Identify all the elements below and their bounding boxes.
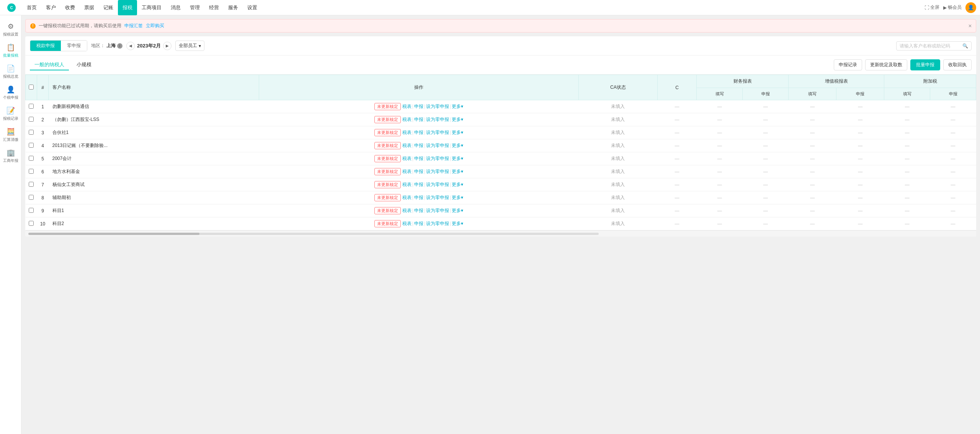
search-input[interactable] xyxy=(900,43,961,49)
op-more[interactable]: 更多▾ xyxy=(452,104,463,109)
op-btn[interactable]: 申报 xyxy=(414,182,423,187)
topnav-item-消息[interactable]: 消息 xyxy=(166,0,185,15)
op-btn[interactable]: 申报 xyxy=(414,143,423,148)
row-no: 1 xyxy=(37,100,49,113)
row-checkbox[interactable] xyxy=(29,182,34,187)
left-sidebar-item-报税记录[interactable]: 📝报税记录 xyxy=(0,103,21,124)
op-btn[interactable]: 税表 xyxy=(402,221,412,226)
declare-record-button[interactable]: 申报记录 xyxy=(834,59,862,70)
th-add-fill: 填写 xyxy=(884,88,930,100)
select-all-checkbox[interactable] xyxy=(29,85,34,90)
op-btn[interactable]: 申报 xyxy=(414,156,423,161)
op-more[interactable]: 更多▾ xyxy=(452,221,463,226)
row-ops: 未更新核定 税表|申报|设为零申报|更多▾ xyxy=(259,100,579,113)
period-prev-button[interactable]: ◀ xyxy=(126,42,135,50)
op-btn[interactable]: 申报 xyxy=(414,169,423,174)
row-checkbox[interactable] xyxy=(29,221,34,226)
dept-select[interactable]: 全部员工 ▾ xyxy=(175,41,204,51)
row-ca: 未填入 xyxy=(579,165,658,178)
row-checkbox[interactable] xyxy=(29,208,34,213)
sidebar-label: 报税总览 xyxy=(3,74,18,79)
subtab-general[interactable]: 一般的纳税人 xyxy=(30,60,69,70)
op-btn[interactable]: 设为零申报 xyxy=(426,104,449,109)
row-checkbox[interactable] xyxy=(29,130,34,135)
op-more[interactable]: 更多▾ xyxy=(452,156,463,161)
row-checkbox[interactable] xyxy=(29,195,34,200)
op-more[interactable]: 更多▾ xyxy=(452,143,463,148)
row-name: 科目1 xyxy=(49,204,259,217)
row-ca: 未填入 xyxy=(579,204,658,217)
period-next-button[interactable]: ▶ xyxy=(163,42,172,50)
data-table-wrapper: # 客户名称 操作 CA状态 C 财务报表 增值税报表 附加税 填写 xyxy=(25,75,976,230)
op-btn[interactable]: 设为零申报 xyxy=(426,117,449,122)
topnav-item-管理[interactable]: 管理 xyxy=(185,0,204,15)
topnav-item-报税[interactable]: 报税 xyxy=(118,0,137,15)
topnav-item-首页[interactable]: 首页 xyxy=(22,0,41,15)
op-btn[interactable]: 申报 xyxy=(414,221,423,226)
op-btn[interactable]: 税表 xyxy=(402,130,412,135)
action-buttons: 申报记录 更新统定及取数 批量申报 收取回执 xyxy=(834,59,972,70)
row-checkbox[interactable] xyxy=(29,104,34,109)
notice-link1[interactable]: 申报汇签 xyxy=(124,23,143,29)
row-checkbox[interactable] xyxy=(29,169,34,174)
op-btn[interactable]: 税表 xyxy=(402,195,412,200)
topnav-item-工商项目[interactable]: 工商项目 xyxy=(137,0,166,15)
topnav-item-记账[interactable]: 记账 xyxy=(99,0,118,15)
row-checkbox[interactable] xyxy=(29,156,34,161)
member-button[interactable]: ▶ 畅会员 xyxy=(943,4,962,11)
topnav-item-经营[interactable]: 经营 xyxy=(204,0,224,15)
op-btn[interactable]: 税表 xyxy=(402,117,412,122)
topnav-item-客户[interactable]: 客户 xyxy=(41,0,60,15)
notice-close-button[interactable]: ✕ xyxy=(968,23,972,29)
op-btn[interactable]: 设为零申报 xyxy=(426,182,449,187)
op-btn[interactable]: 设为零申报 xyxy=(426,195,449,200)
op-btn[interactable]: 申报 xyxy=(414,104,423,109)
op-btn[interactable]: 申报 xyxy=(414,117,423,122)
left-sidebar-item-工商年报[interactable]: 🏢工商年报 xyxy=(0,145,21,166)
op-btn[interactable]: 申报 xyxy=(414,130,423,135)
batch-declare-button[interactable]: 批量申报 xyxy=(910,59,940,70)
op-btn[interactable]: 税表 xyxy=(402,169,412,174)
op-more[interactable]: 更多▾ xyxy=(452,208,463,213)
op-btn[interactable]: 申报 xyxy=(414,195,423,200)
op-more[interactable]: 更多▾ xyxy=(452,130,463,135)
topnav-item-服务[interactable]: 服务 xyxy=(224,0,243,15)
op-btn[interactable]: 设为零申报 xyxy=(426,130,449,135)
update-button[interactable]: 更新统定及取数 xyxy=(865,59,907,70)
op-more[interactable]: 更多▾ xyxy=(452,117,463,122)
op-btn[interactable]: 税表 xyxy=(402,143,412,148)
row-no: 5 xyxy=(37,152,49,165)
op-more[interactable]: 更多▾ xyxy=(452,169,463,174)
tab-tax-declare[interactable]: 税款申报 xyxy=(30,41,61,51)
tab-zero-declare[interactable]: 零申报 xyxy=(61,41,87,51)
op-btn[interactable]: 税表 xyxy=(402,208,412,213)
left-sidebar-item-报税总览[interactable]: 📄报税总览 xyxy=(0,61,21,82)
topnav-item-票据[interactable]: 票据 xyxy=(80,0,99,15)
notice-link2[interactable]: 立即购买 xyxy=(146,23,164,29)
op-more[interactable]: 更多▾ xyxy=(452,182,463,187)
search-icon[interactable]: 🔍 xyxy=(962,43,968,49)
avatar[interactable]: 👤 xyxy=(965,2,976,13)
topnav-item-设置[interactable]: 设置 xyxy=(243,0,262,15)
left-sidebar-item-报税设置[interactable]: ⚙报税设置 xyxy=(0,19,21,40)
op-btn[interactable]: 设为零申报 xyxy=(426,221,449,226)
op-btn[interactable]: 设为零申报 xyxy=(426,208,449,213)
region-info-icon[interactable]: i xyxy=(117,43,122,49)
topnav-item-收费[interactable]: 收费 xyxy=(60,0,80,15)
op-btn[interactable]: 设为零申报 xyxy=(426,169,449,174)
subtab-small[interactable]: 小规模 xyxy=(72,60,96,70)
left-sidebar-item-汇算清缴[interactable]: 🧮汇算清缴 xyxy=(0,124,21,145)
op-btn[interactable]: 税表 xyxy=(402,104,412,109)
op-btn[interactable]: 税表 xyxy=(402,156,412,161)
op-more[interactable]: 更多▾ xyxy=(452,195,463,200)
left-sidebar-item-个税申报[interactable]: 👤个税申报 xyxy=(0,82,21,103)
left-sidebar-item-批量报税[interactable]: 📋批量报税 xyxy=(0,40,21,61)
op-btn[interactable]: 设为零申报 xyxy=(426,156,449,161)
row-checkbox[interactable] xyxy=(29,143,34,148)
row-checkbox[interactable] xyxy=(29,117,34,122)
op-btn[interactable]: 税表 xyxy=(402,182,412,187)
fullscreen-button[interactable]: ⛶ 全屏 xyxy=(924,4,939,11)
op-btn[interactable]: 设为零申报 xyxy=(426,143,449,148)
op-btn[interactable]: 申报 xyxy=(414,208,423,213)
retrieve-button[interactable]: 收取回执 xyxy=(943,59,972,70)
